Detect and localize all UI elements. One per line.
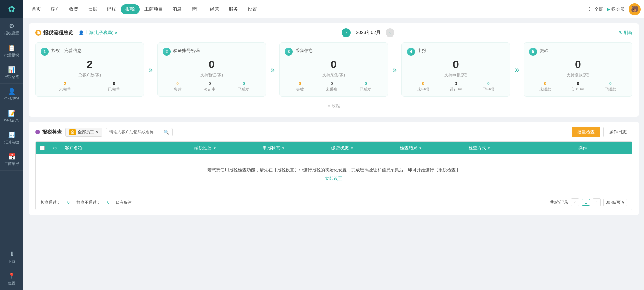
- annual-report-icon: 📅: [8, 153, 15, 160]
- step3-stat-1: 0 失败: [296, 81, 304, 92]
- sidebar-item-annual-report[interactable]: 📅 工商年报: [0, 149, 23, 171]
- arrow-2: »: [266, 42, 279, 97]
- step2-stats: 0 失败 0 验证中 0 已成功: [163, 81, 261, 92]
- nav-tax[interactable]: 报税: [121, 4, 140, 14]
- nav-bookkeeping[interactable]: 记账: [102, 4, 121, 14]
- sidebar-item-batch-tax[interactable]: 📋 批量报税: [0, 40, 23, 62]
- avatar[interactable]: 🐻: [629, 3, 641, 15]
- filter-tag: 全: [69, 129, 76, 135]
- filter-icon-result[interactable]: ▼: [419, 146, 422, 150]
- step2-stat-1: 0 失败: [174, 81, 182, 92]
- sidebar-item-download[interactable]: ⬇ 下载: [0, 246, 23, 268]
- vip-button[interactable]: ▶ 畅会员: [607, 6, 625, 12]
- op-log-button[interactable]: 操作日志: [603, 127, 632, 137]
- vip-icon: ▶: [607, 7, 610, 12]
- filter-icon-tax[interactable]: ▼: [213, 146, 216, 150]
- download-icon: ⬇: [9, 250, 14, 258]
- step5-val2: 0: [577, 81, 579, 86]
- next-page-button[interactable]: ›: [593, 198, 601, 206]
- step2-header: 2 验证账号密码: [163, 48, 261, 56]
- sidebar-item-location[interactable]: 📍 位置: [0, 268, 23, 290]
- sidebar: ✿ ⚙ 报税设置 📋 批量报税 📊 报税总览 👤 个税申报 📝 报税记录 🧾 汇…: [0, 0, 23, 290]
- step4-header: 4 申报: [407, 48, 505, 56]
- step1-stat-2: 0 已完善: [108, 81, 120, 92]
- location-icon: 📍: [8, 272, 15, 280]
- main-container: 首页 客户 收费 票据 记账 报税 工商项目 消息 管理 经营 服务 设置 ⛶ …: [23, 0, 644, 290]
- arrow-1: »: [144, 42, 157, 97]
- sidebar-item-annual-settlement[interactable]: 🧾 汇算清缴: [0, 127, 23, 149]
- employee-filter[interactable]: 全 全部员工 ∨: [65, 128, 102, 137]
- nav-message[interactable]: 消息: [168, 4, 186, 14]
- app-logo: ✿: [0, 0, 23, 18]
- collapse-icon: ∧: [327, 103, 331, 108]
- collapse-button[interactable]: ∧ 收起: [35, 100, 632, 112]
- flow-location-text: 上海(电子税局): [85, 30, 114, 36]
- nav-customer[interactable]: 客户: [46, 4, 64, 14]
- step3-stat-2: 0 未采集: [326, 81, 338, 92]
- step3-num: 3: [285, 48, 293, 56]
- nav-operation[interactable]: 经营: [205, 4, 224, 14]
- fullscreen-button[interactable]: ⛶ 全屏: [589, 6, 603, 12]
- th-checkbox[interactable]: [36, 142, 49, 154]
- next-month-button[interactable]: ›: [386, 28, 394, 37]
- step4-stats: 0 未申报 0 进行中 0 已申报: [407, 81, 505, 92]
- step4-stat-1: 0 未申报: [417, 81, 429, 92]
- flow-card: ⊕ 报税流程总览 👤 上海(电子税局) ∨ ‹ 2023年02月 › ↻ 刷新: [29, 23, 639, 117]
- check-circle-icon: [35, 130, 40, 134]
- per-page-selector[interactable]: 30 条/页 ∨: [603, 199, 627, 206]
- plus-icon: ⊕: [35, 30, 41, 36]
- step4-stat-2: 0 进行中: [450, 81, 462, 92]
- filter-icon-pay[interactable]: ▼: [350, 146, 354, 150]
- step3-sub: 支持采集(家): [285, 72, 383, 78]
- th-operations: 操作: [533, 142, 632, 154]
- step2-val2: 0: [209, 81, 211, 86]
- step1-header: 1 授权、完善信息: [41, 48, 139, 56]
- note-label: ☑有备注: [116, 200, 132, 205]
- flow-step-5: 5 缴款 0 支持缴款(家) 0 未缴款 0 进行中: [524, 42, 632, 97]
- step5-stat-3: 0 已缴款: [604, 81, 616, 92]
- setup-link[interactable]: 立即设置: [325, 176, 342, 182]
- refresh-button[interactable]: ↻ 刷新: [619, 30, 632, 36]
- search-box[interactable]: 🔍: [106, 128, 173, 136]
- prev-page-button[interactable]: ‹: [571, 198, 579, 206]
- filter-icon-declare[interactable]: ▼: [281, 146, 285, 150]
- header-checkbox[interactable]: [40, 146, 45, 150]
- tax-settings-icon: ⚙: [9, 22, 14, 30]
- nav-home[interactable]: 首页: [27, 4, 46, 14]
- nav-billing[interactable]: 收费: [64, 4, 83, 14]
- nav-business[interactable]: 工商项目: [140, 4, 168, 14]
- nav-invoice[interactable]: 票据: [83, 4, 102, 14]
- step5-val1: 0: [544, 81, 546, 86]
- pass-label: 检查通过：: [41, 200, 61, 205]
- sidebar-label-batch-tax: 批量报税: [4, 53, 19, 58]
- sidebar-label-annual-report: 工商年报: [4, 161, 19, 166]
- nav-service[interactable]: 服务: [224, 4, 243, 14]
- prev-month-button[interactable]: ‹: [342, 28, 351, 37]
- step4-val1: 0: [422, 81, 424, 86]
- step4-label: 申报: [418, 48, 426, 54]
- fail-count[interactable]: 0: [107, 200, 110, 205]
- step5-stats: 0 未缴款 0 进行中 0 已缴款: [529, 81, 627, 92]
- pass-count[interactable]: 0: [67, 200, 70, 205]
- filter-icon-method[interactable]: ▼: [487, 146, 491, 150]
- sidebar-item-personal-tax[interactable]: 👤 个税申报: [0, 84, 23, 105]
- fullscreen-label: 全屏: [594, 6, 603, 12]
- nav-settings[interactable]: 设置: [243, 4, 262, 14]
- sidebar-item-tax-settings[interactable]: ⚙ 报税设置: [0, 18, 23, 40]
- batch-check-button[interactable]: 批量检查: [572, 127, 600, 137]
- arrow-4: »: [510, 42, 524, 97]
- sidebar-item-tax-records[interactable]: 📝 报税记录: [0, 105, 23, 127]
- sidebar-item-tax-overview[interactable]: 📊 报税总览: [0, 62, 23, 84]
- search-input[interactable]: [109, 130, 162, 134]
- collapse-label: 收起: [332, 103, 340, 108]
- th-gear[interactable]: ⚙: [49, 142, 61, 154]
- search-icon[interactable]: 🔍: [164, 130, 169, 135]
- tax-overview-icon: 📊: [8, 66, 15, 73]
- step3-stat-3: 0 已成功: [360, 81, 372, 92]
- nav-manage[interactable]: 管理: [186, 4, 205, 14]
- table-body-wrapper: 若您想使用报税检查功能，请先在【报税设置】中进行报税的初始化设置，完成密码验证和…: [36, 154, 632, 195]
- step3-lbl2: 未采集: [326, 87, 338, 92]
- vip-label: 畅会员: [611, 6, 625, 12]
- step1-sub: 总客户数(家): [41, 72, 139, 78]
- flow-location[interactable]: 👤 上海(电子税局) ∨: [78, 30, 118, 36]
